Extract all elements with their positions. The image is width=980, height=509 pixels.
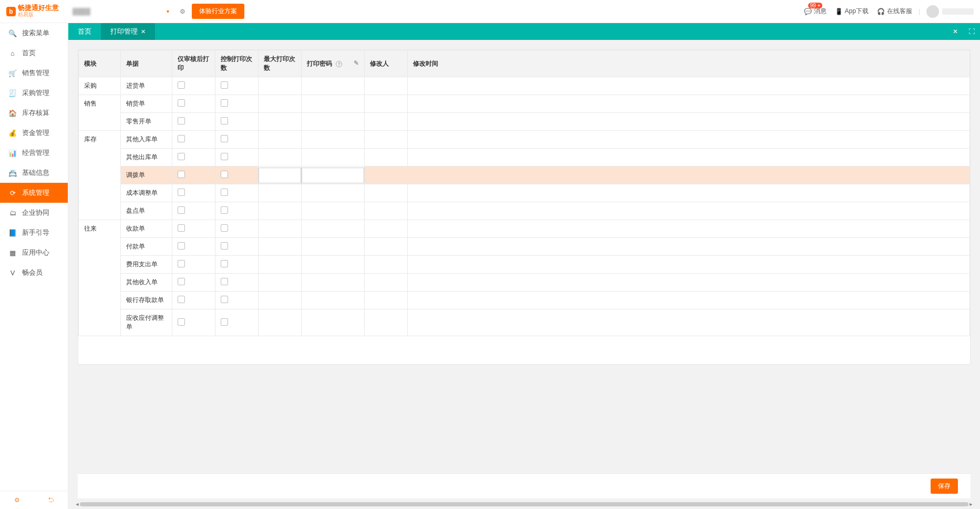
max-count-input[interactable] — [259, 168, 301, 183]
edit-icon[interactable]: ✎ — [354, 59, 359, 67]
sidebar-item-apps[interactable]: ▦应用中心 — [0, 243, 68, 263]
control-count-cell — [215, 202, 259, 220]
sidebar-item-system[interactable]: ⟳系统管理 — [0, 183, 68, 203]
footer-collapse-icon[interactable]: ⮌ — [48, 496, 54, 504]
table-row[interactable]: 其他出库单 — [79, 149, 970, 167]
checkbox[interactable] — [178, 189, 185, 196]
table-row[interactable]: 零售开单 — [79, 113, 970, 131]
checkbox[interactable] — [178, 153, 185, 160]
table-row[interactable]: 应收应付调整单 — [79, 309, 970, 336]
max-count-cell — [259, 77, 302, 95]
checkbox[interactable] — [221, 296, 228, 303]
company-selector[interactable]: ████ ▾ — [68, 8, 173, 15]
checkbox[interactable] — [221, 318, 228, 326]
save-button[interactable]: 保存 — [931, 479, 958, 494]
tab-label: 打印管理 — [110, 27, 138, 36]
sidebar-item-home[interactable]: ⌂首页 — [0, 43, 68, 63]
sidebar-item-vip[interactable]: V畅会员 — [0, 263, 68, 283]
sidebar-item-coop[interactable]: 🗂企业协同 — [0, 203, 68, 223]
tab-close-all-icon[interactable]: ✕ — [947, 23, 963, 40]
table-row[interactable]: 库存其他入库单 — [79, 131, 970, 149]
table-row[interactable]: 银行存取款单 — [79, 292, 970, 309]
checkbox[interactable] — [178, 99, 185, 107]
sidebar-item-base[interactable]: 📇基础信息 — [0, 163, 68, 183]
checkbox[interactable] — [221, 153, 228, 160]
modify-time-cell — [408, 131, 970, 149]
table-row[interactable]: 盘点单 — [79, 202, 970, 220]
only-approved-cell — [172, 220, 215, 238]
checkbox[interactable] — [178, 135, 185, 142]
checkbox[interactable] — [178, 278, 185, 285]
modifier-cell — [365, 95, 408, 113]
tab-首页[interactable]: 首页 — [68, 23, 101, 40]
chevron-down-icon: ▾ — [167, 8, 169, 14]
checkbox[interactable] — [178, 224, 185, 232]
checkbox[interactable] — [178, 206, 185, 214]
max-count-cell — [259, 167, 302, 184]
checkbox[interactable] — [221, 206, 228, 214]
sidebar-item-report[interactable]: 📊经营管理 — [0, 143, 68, 163]
checkbox[interactable] — [178, 171, 185, 178]
checkbox[interactable] — [221, 242, 228, 250]
help-icon[interactable]: ? — [336, 61, 342, 67]
checkbox[interactable] — [221, 189, 228, 196]
scroll-right-icon[interactable]: ► — [968, 502, 974, 507]
table-row[interactable]: 销售销货单 — [79, 95, 970, 113]
doc-cell: 其他入库单 — [121, 131, 172, 149]
sidebar-item-fund[interactable]: 💰资金管理 — [0, 123, 68, 143]
checkbox[interactable] — [221, 260, 228, 267]
tab-fullscreen-icon[interactable]: ⛶ — [963, 23, 980, 40]
only-approved-cell — [172, 95, 215, 113]
footer-gear-icon[interactable]: ⚙ — [14, 496, 20, 504]
experience-button[interactable]: 体验行业方案 — [192, 4, 244, 19]
checkbox[interactable] — [221, 135, 228, 142]
checkbox[interactable] — [178, 117, 185, 124]
doc-cell: 销货单 — [121, 95, 172, 113]
gear-icon[interactable]: ⚙ — [180, 8, 185, 15]
modify-time-cell — [408, 149, 970, 167]
table-row[interactable]: 调拨单 — [79, 167, 970, 184]
table-row[interactable]: 费用支出单 — [79, 256, 970, 274]
brand-edition: 精易版 — [18, 11, 59, 18]
tab-打印管理[interactable]: 打印管理✕ — [101, 23, 155, 40]
scroll-left-icon[interactable]: ◄ — [75, 502, 80, 507]
password-input[interactable] — [302, 168, 364, 183]
table-row[interactable]: 付款单 — [79, 238, 970, 256]
table-row[interactable]: 采购进货单 — [79, 77, 970, 95]
checkbox[interactable] — [221, 171, 228, 178]
checkbox[interactable] — [178, 242, 185, 250]
avatar[interactable] — [926, 5, 939, 18]
sidebar-item-purchase[interactable]: 🧾采购管理 — [0, 83, 68, 103]
sidebar-item-stock[interactable]: 🏠库存核算 — [0, 103, 68, 123]
checkbox[interactable] — [221, 224, 228, 232]
checkbox[interactable] — [178, 81, 185, 89]
sidebar-item-sales[interactable]: 🛒销售管理 — [0, 63, 68, 83]
sidebar-item-search[interactable]: 🔍搜索菜单 — [0, 23, 68, 43]
checkbox[interactable] — [221, 81, 228, 89]
apps-icon: ▦ — [8, 248, 17, 257]
home-icon: ⌂ — [8, 49, 17, 57]
checkbox[interactable] — [221, 117, 228, 124]
tab-close-icon[interactable]: ✕ — [141, 28, 146, 35]
password-cell — [302, 220, 365, 238]
checkbox[interactable] — [221, 278, 228, 285]
fund-icon: 💰 — [8, 129, 17, 137]
scroll-thumb[interactable] — [80, 502, 968, 506]
checkbox[interactable] — [178, 296, 185, 303]
modifier-cell — [365, 274, 408, 292]
app-download-link[interactable]: 📱 App下载 — [835, 7, 869, 16]
sidebar-item-guide[interactable]: 📘新手引导 — [0, 223, 68, 243]
online-service-link[interactable]: 🎧 在线客服 — [877, 7, 912, 16]
horizontal-scrollbar[interactable]: ◄ ► — [78, 502, 971, 507]
table-row[interactable]: 成本调整单 — [79, 184, 970, 202]
checkbox[interactable] — [178, 260, 185, 267]
modifier-cell — [365, 131, 408, 149]
table-row[interactable]: 其他收入单 — [79, 274, 970, 292]
control-count-cell — [215, 274, 259, 292]
checkbox[interactable] — [221, 99, 228, 107]
checkbox[interactable] — [178, 318, 185, 326]
sidebar-item-label: 库存核算 — [22, 108, 49, 118]
table-row[interactable]: 往来收款单 — [79, 220, 970, 238]
messages-link[interactable]: 💬 99 + 消息 — [804, 7, 827, 16]
doc-cell: 应收应付调整单 — [121, 309, 172, 336]
